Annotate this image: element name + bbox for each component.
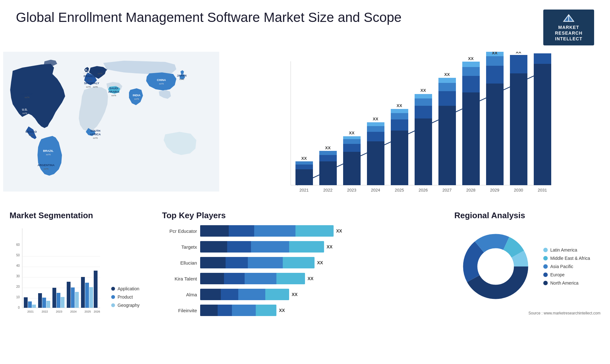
regional-title: Regional Analysis [454,211,600,220]
label-2031: XX [539,52,545,52]
year-2029: 2029 [490,188,499,192]
player-bar-fileinvite [200,305,276,316]
bar-2021-seg2 [295,165,313,169]
svg-rect-23 [52,288,56,308]
svg-text:2023: 2023 [56,310,62,313]
player-name-fileinvite: Fileinvite [162,308,197,313]
player-bar-alma-container: XX [200,289,442,300]
label-2026: XX [420,88,426,93]
bar-2025-seg4 [391,109,408,113]
north-america-dot [543,281,548,285]
year-2023: 2023 [347,188,356,192]
france-value: xx% [87,78,92,81]
year-2026: 2026 [419,188,428,192]
latin-america-dot [543,248,548,252]
north-america-label: North America [550,280,579,286]
legend-asia-pacific: Asia Pacific [543,264,590,269]
fileinvite-seg4 [256,305,276,316]
player-bar-targetx-container: XX [200,241,442,253]
bar-2028-seg4 [462,62,480,67]
legend-europe: Europe [543,272,590,277]
bar-2024-seg4 [367,122,384,126]
header: Global Enrollment Management Software Ma… [0,0,610,49]
argentina-label: ARGENTINA [37,164,55,167]
player-bar-ellucian-container: XX [200,257,442,268]
bar-2026-seg3 [415,98,432,106]
regional-donut-svg [454,225,537,308]
bar-2026-seg2 [415,106,432,118]
label-2029: XX [492,52,498,55]
asia-pacific-label: Asia Pacific [550,264,573,269]
kira-seg3 [245,273,276,284]
svg-text:2024: 2024 [70,310,77,313]
bar-2025-seg1 [391,131,408,185]
player-name-kira: Kira Talent [162,276,197,281]
ellucian-seg2 [226,257,248,268]
italy-label: ITALY [92,82,99,85]
svg-rect-21 [46,301,50,308]
legend-north-america: North America [543,280,590,286]
bar-2027-seg4 [438,78,456,83]
player-bar-pcr-container: XX [200,225,442,237]
bar-2024-seg1 [367,141,384,185]
pcr-seg4 [295,225,334,237]
bar-2021-seg1 [295,169,313,185]
player-row-targetx: Targetx XX [162,241,442,253]
kira-value: XX [308,276,314,281]
players-section: Top Key Players Pcr Educator XX [152,207,451,341]
bar-2031-seg1 [534,64,551,185]
bar-2022-seg1 [319,161,337,185]
svg-text:10: 10 [16,295,20,299]
canada-value: xx% [24,96,29,99]
year-2027: 2027 [443,188,452,192]
year-2022: 2022 [323,188,333,192]
pcr-seg2 [229,225,254,237]
mexico-label: MEXICO [25,130,37,133]
japan-label: JAPAN [177,74,186,77]
bar-2025-seg2 [391,119,408,131]
targetx-seg2 [227,241,251,253]
player-bar-alma [200,289,289,300]
uk-label: U.K. [82,68,88,71]
legend-geography: Geography [111,303,139,308]
bar-2021-seg3 [295,161,313,165]
label-2027: XX [444,72,450,77]
ellucian-seg3 [248,257,283,268]
bar-2030-seg1 [510,73,527,185]
bar-2029-seg3 [486,56,504,66]
bar-2024-seg3 [367,126,384,132]
pcr-seg1 [200,225,229,237]
fileinvite-seg2 [218,305,232,316]
canada-label: CANADA [21,92,33,95]
germany-label: GERMANY [93,68,107,71]
us-value: xx% [22,112,27,115]
bar-2027-seg1 [438,106,456,185]
alma-seg2 [221,289,238,300]
targetx-seg1 [200,241,227,253]
svg-rect-29 [75,292,79,308]
donut-center [478,249,513,284]
application-dot [111,287,115,291]
us-label: U.S. [22,108,28,111]
italy-value: xx% [93,85,98,88]
players-title: Top Key Players [162,211,442,220]
targetx-value: XX [327,244,333,249]
fileinvite-value: XX [279,308,285,313]
svg-rect-39 [94,271,98,308]
player-row-kira: Kira Talent XX [162,273,442,284]
svg-text:2026: 2026 [94,310,100,313]
bar-2028-seg3 [462,67,480,76]
legend-product: Product [111,294,139,300]
seg-legend: Application Product Geography [111,286,139,320]
svg-rect-24 [57,293,60,308]
europe-label: Europe [550,272,565,277]
svg-text:20: 20 [16,285,20,288]
mexico-value: xx% [29,134,33,137]
player-bar-targetx [200,241,324,253]
regional-chart-container: Latin America Middle East & Africa Asia … [454,225,600,308]
player-name-ellucian: Ellucian [162,260,197,266]
bar-2028-seg2 [462,76,480,92]
map-section: CANADA xx% U.S. xx% MEXICO xx% BRAZIL xx… [0,49,229,207]
logo-box: MARKET RESEARCH INTELLECT [543,10,594,45]
fileinvite-seg1 [200,305,218,316]
